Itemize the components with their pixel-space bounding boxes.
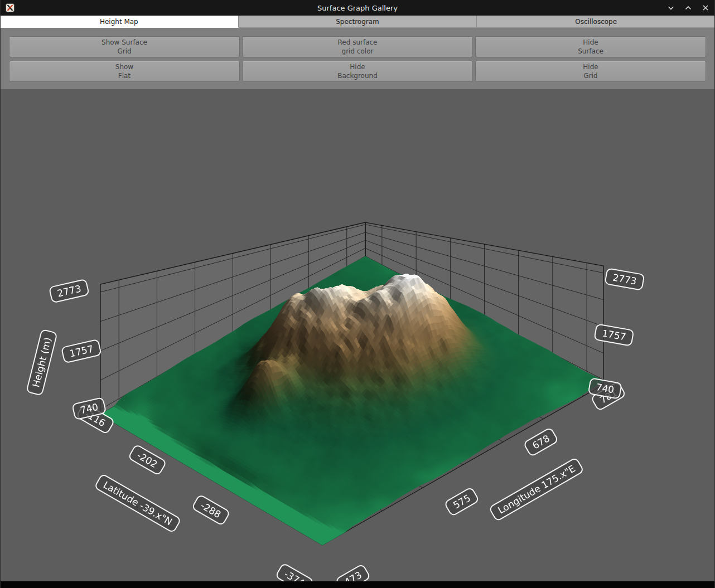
app-icon bbox=[6, 3, 15, 12]
tab-bar: Height Map Spectrogram Oscilloscope bbox=[0, 16, 715, 28]
surface-grid-color-button[interactable]: Red surface grid color bbox=[242, 36, 473, 57]
tab-spectrogram[interactable]: Spectrogram bbox=[239, 16, 477, 28]
show-surface-grid-button[interactable]: Show Surface Grid bbox=[9, 36, 240, 57]
titlebar[interactable]: Surface Graph Gallery bbox=[0, 0, 715, 16]
surface-plot: -116 -202 -288 -374 781 678 575 473 Lati… bbox=[0, 89, 715, 581]
show-flat-button[interactable]: Show Flat bbox=[9, 61, 240, 82]
close-button[interactable] bbox=[702, 4, 709, 12]
hide-grid-button[interactable]: Hide Grid bbox=[475, 61, 706, 82]
shade-button[interactable] bbox=[667, 4, 675, 12]
window-title: Surface Graph Gallery bbox=[0, 4, 715, 12]
hide-background-button[interactable]: Hide Background bbox=[242, 61, 473, 82]
app-window: Surface Graph Gallery Height Map Spectro… bbox=[0, 0, 715, 588]
maximize-button[interactable] bbox=[684, 4, 692, 12]
control-panel: Show Surface Grid Red surface grid color… bbox=[0, 28, 715, 89]
window-controls bbox=[667, 4, 709, 12]
tab-height-map[interactable]: Height Map bbox=[0, 16, 239, 28]
tab-oscilloscope[interactable]: Oscilloscope bbox=[477, 16, 715, 28]
window-bottom-edge bbox=[0, 581, 715, 588]
hide-surface-button[interactable]: Hide Surface bbox=[475, 36, 706, 57]
